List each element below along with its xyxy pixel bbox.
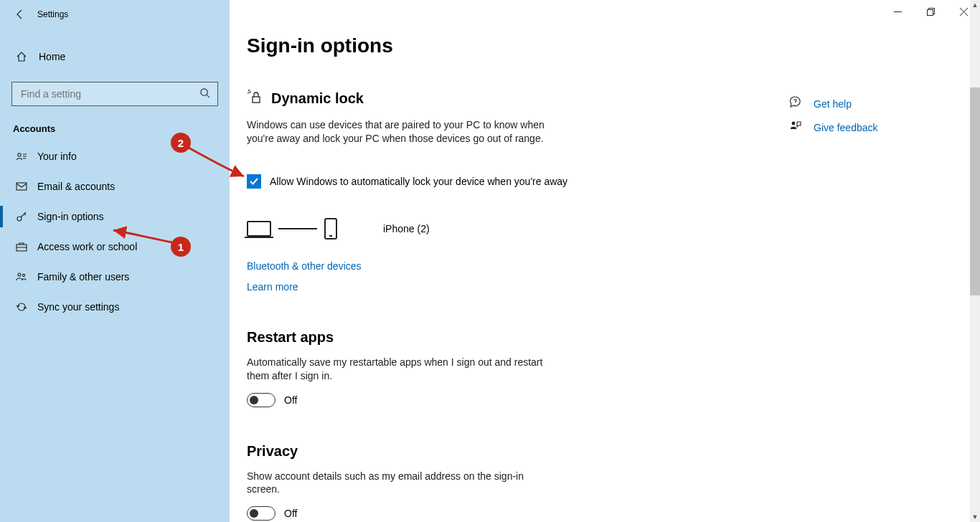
sidebar-item-label: Your info bbox=[37, 151, 77, 162]
scroll-thumb[interactable] bbox=[970, 87, 980, 295]
phone-icon bbox=[324, 218, 337, 239]
sidebar-item-your-info[interactable]: Your info bbox=[0, 141, 230, 171]
dynamic-lock-checkbox[interactable] bbox=[247, 174, 261, 189]
privacy-toggle-label: Off bbox=[284, 508, 297, 519]
title-bar: Settings bbox=[0, 0, 230, 29]
connection-line-icon bbox=[278, 228, 317, 229]
learn-more-link[interactable]: Learn more bbox=[247, 281, 298, 293]
nav-home-label: Home bbox=[39, 51, 65, 62]
section-restart-apps-title: Restart apps bbox=[247, 329, 980, 346]
nav-home[interactable]: Home bbox=[0, 42, 230, 72]
svg-rect-2 bbox=[17, 183, 27, 190]
person-card-icon bbox=[14, 151, 29, 161]
sidebar-item-label: Sync your settings bbox=[37, 301, 119, 313]
privacy-toggle-row: Off bbox=[247, 506, 980, 521]
sidebar-item-sync[interactable]: Sync your settings bbox=[0, 292, 230, 322]
right-sidebar-links: Get help Give feedback bbox=[789, 96, 878, 143]
dynamic-lock-checkbox-row: Allow Windows to automatically lock your… bbox=[247, 174, 980, 189]
search-box[interactable] bbox=[11, 82, 218, 106]
laptop-icon bbox=[247, 221, 271, 237]
search-input[interactable] bbox=[19, 87, 199, 100]
restart-apps-desc: Automatically save my restartable apps w… bbox=[247, 356, 548, 383]
privacy-desc: Show account details such as my email ad… bbox=[247, 470, 548, 497]
people-icon bbox=[14, 272, 29, 282]
sidebar-group-accounts: Accounts bbox=[13, 123, 230, 134]
svg-point-1 bbox=[18, 153, 21, 156]
give-feedback-link[interactable]: Give feedback bbox=[789, 120, 878, 135]
sidebar-item-work-school[interactable]: Access work or school bbox=[0, 232, 230, 262]
search-icon bbox=[199, 87, 210, 101]
window-title: Settings bbox=[37, 9, 68, 19]
restart-apps-toggle-label: Off bbox=[284, 394, 297, 406]
sidebar-item-family[interactable]: Family & other users bbox=[0, 262, 230, 292]
home-icon bbox=[14, 51, 29, 62]
main-content: Sign-in options Dynamic lock Windows can… bbox=[247, 0, 980, 522]
dynamic-lock-icon bbox=[247, 89, 263, 108]
scroll-down-icon[interactable]: ▼ bbox=[970, 512, 980, 522]
get-help-label: Get help bbox=[814, 98, 852, 110]
paired-device-name: iPhone (2) bbox=[383, 223, 430, 234]
svg-rect-8 bbox=[253, 97, 260, 103]
svg-point-5 bbox=[18, 273, 21, 276]
sync-icon bbox=[14, 301, 29, 313]
svg-point-6 bbox=[22, 274, 24, 276]
help-icon bbox=[789, 96, 804, 111]
svg-point-9 bbox=[792, 122, 796, 125]
back-button[interactable] bbox=[6, 0, 34, 29]
sidebar-item-signin[interactable]: Sign-in options bbox=[0, 201, 230, 232]
feedback-icon bbox=[789, 120, 804, 135]
svg-point-0 bbox=[201, 88, 207, 95]
sidebar-item-label: Sign-in options bbox=[37, 211, 104, 222]
restart-apps-toggle[interactable] bbox=[247, 393, 275, 407]
section-privacy-title: Privacy bbox=[247, 443, 980, 460]
sidebar-item-label: Access work or school bbox=[37, 241, 137, 252]
dynamic-lock-checkbox-label: Allow Windows to automatically lock your… bbox=[270, 176, 567, 187]
get-help-link[interactable]: Get help bbox=[789, 96, 878, 111]
sidebar-item-label: Email & accounts bbox=[37, 181, 115, 192]
section-heading: Dynamic lock bbox=[271, 90, 364, 107]
restart-apps-toggle-row: Off bbox=[247, 393, 980, 407]
key-icon bbox=[14, 211, 29, 222]
sidebar: Settings Home Accounts Your info Email &… bbox=[0, 0, 230, 522]
dynamic-lock-desc: Windows can use devices that are paired … bbox=[247, 118, 548, 146]
scroll-up-icon[interactable]: ▲ bbox=[970, 0, 980, 10]
sidebar-item-email[interactable]: Email & accounts bbox=[0, 171, 230, 201]
scrollbar[interactable]: ▲ ▼ bbox=[970, 0, 980, 522]
sidebar-item-label: Family & other users bbox=[37, 271, 129, 283]
briefcase-icon bbox=[14, 242, 29, 252]
mail-icon bbox=[14, 182, 29, 191]
paired-device-diagram: iPhone (2) bbox=[247, 212, 980, 246]
bluetooth-devices-link[interactable]: Bluetooth & other devices bbox=[247, 260, 362, 272]
privacy-toggle[interactable] bbox=[247, 506, 275, 521]
give-feedback-label: Give feedback bbox=[814, 122, 878, 133]
page-title: Sign-in options bbox=[247, 34, 980, 57]
